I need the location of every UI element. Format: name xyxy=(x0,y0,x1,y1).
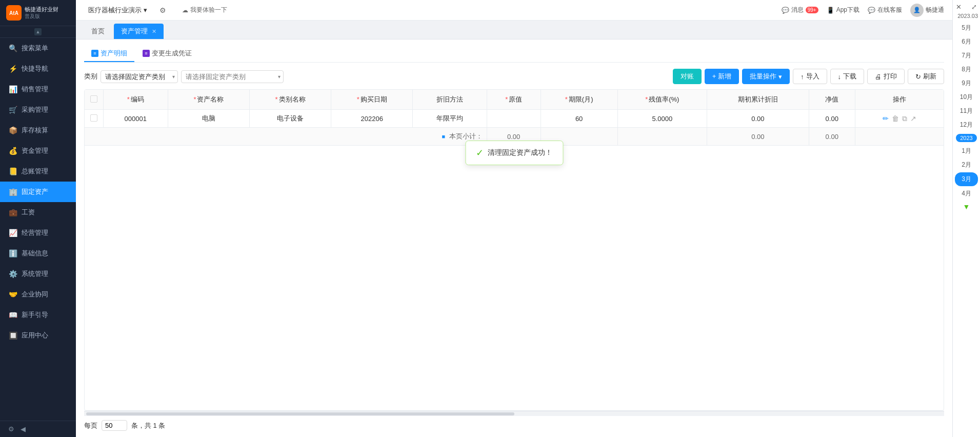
purchase-icon: 🛒 xyxy=(8,106,17,114)
change-voucher-icon: ≡ xyxy=(143,50,150,57)
refresh-button[interactable]: ↻ 刷新 xyxy=(908,69,944,84)
rp-month-10[interactable]: 10月 xyxy=(953,90,980,104)
sidebar-item-label: 资金管理 xyxy=(22,146,48,155)
print-button[interactable]: 🖨 打印 xyxy=(867,69,905,84)
rp-months: 5月 6月 7月 8月 9月 10月 11月 12月 2023 1月 2月 3月… xyxy=(953,21,980,201)
td-residual-rate: 5.0000 xyxy=(617,110,707,128)
action-icons: ✏ 🗑 ⧉ ↗ xyxy=(859,114,939,123)
toolbar: 类别 请选择固定资产类别 ▾ ▾ 对账 + 新增 xyxy=(84,69,944,84)
sidebar-item-search[interactable]: 🔍 搜索菜单 xyxy=(0,38,76,58)
sidebar-item-sales[interactable]: 📊 销售管理 xyxy=(0,79,76,100)
export-icon: ↑ xyxy=(801,73,804,81)
header-checkbox[interactable] xyxy=(90,95,97,103)
category-filter-input[interactable] xyxy=(181,70,284,83)
salary-icon: 💼 xyxy=(8,208,17,216)
header-gear-button[interactable]: ⚙ xyxy=(155,3,170,17)
sidebar-item-enterprise[interactable]: 🤝 企业协同 xyxy=(0,284,76,305)
rp-year: 2023.03 xyxy=(957,13,980,19)
rp-month-8[interactable]: 8月 xyxy=(953,63,980,76)
app-download-icon: 📱 xyxy=(827,7,834,14)
rp-expand-icon[interactable]: ⤢ xyxy=(971,3,977,11)
sidebar-bottom: ⚙ ◀ xyxy=(0,421,76,437)
asset-table: *编码 *资产名称 *类别名称 *购买日期 折旧方法 *原值 *期限(月) *残… xyxy=(85,90,944,146)
rp-month-9[interactable]: 9月 xyxy=(953,76,980,90)
sidebar-item-salary[interactable]: 💼 工资 xyxy=(0,202,76,223)
per-page-select[interactable]: 50 10 20 100 xyxy=(102,420,127,431)
td-checkbox xyxy=(85,110,103,128)
rp-month-3[interactable]: 3月 xyxy=(955,172,978,186)
sidebar-item-fixed-assets[interactable]: 🏢 固定资产 xyxy=(0,182,76,202)
new-button[interactable]: + 新增 xyxy=(705,69,739,84)
th-checkbox xyxy=(85,90,103,110)
row-checkbox[interactable] xyxy=(90,114,97,122)
tab-home[interactable]: 首页 xyxy=(84,24,112,39)
per-page-label: 每页 xyxy=(84,421,97,430)
app-download-item[interactable]: 📱 App下载 xyxy=(827,6,859,14)
rp-month-5[interactable]: 5月 xyxy=(953,21,980,35)
rp-month-7[interactable]: 7月 xyxy=(953,49,980,63)
guide-icon: 📖 xyxy=(8,311,17,319)
more-icon[interactable]: ↗ xyxy=(910,114,916,123)
category-select-wrapper: 请选择固定资产类别 ▾ xyxy=(101,70,178,83)
user-item[interactable]: 👤 畅捷通 xyxy=(910,4,944,17)
th-actions: 操作 xyxy=(855,90,944,110)
horizontal-scrollbar[interactable] xyxy=(84,411,944,416)
rp-month-4[interactable]: 4月 xyxy=(953,187,980,201)
sidebar-item-quick-nav[interactable]: ⚡ 快捷导航 xyxy=(0,58,76,79)
rp-close-icon[interactable]: ✕ xyxy=(956,3,962,11)
sidebar-item-purchase[interactable]: 🛒 采购管理 xyxy=(0,100,76,120)
sidebar-item-label: 销售管理 xyxy=(22,85,48,94)
collapse-icon[interactable]: ◀ xyxy=(21,425,26,433)
sidebar-item-label: 应用中心 xyxy=(22,331,48,340)
download-button[interactable]: ↓ 下载 xyxy=(830,69,865,84)
sidebar-item-operations[interactable]: 📈 经营管理 xyxy=(0,223,76,243)
sidebar-item-label: 快捷导航 xyxy=(22,64,48,73)
settings-icon[interactable]: ⚙ xyxy=(8,425,14,433)
sidebar-item-guide[interactable]: 📖 新手引导 xyxy=(0,305,76,325)
sub-tab-change-voucher[interactable]: ≡ 变更生成凭证 xyxy=(135,46,199,62)
export-button[interactable]: ↑ 导入 xyxy=(793,69,827,84)
rp-month-12[interactable]: 12月 xyxy=(953,118,980,132)
sub-tab-asset-detail[interactable]: ≡ 资产明细 xyxy=(84,46,134,62)
category-select[interactable]: 请选择固定资产类别 xyxy=(101,70,178,83)
scrollbar-thumb[interactable] xyxy=(86,412,514,415)
content-area: ≡ 资产明细 ≡ 变更生成凭证 类别 请选择固定资产类别 ▾ ▾ xyxy=(76,39,952,437)
company-dropdown-icon: ▾ xyxy=(144,6,147,14)
copy-icon[interactable]: ⧉ xyxy=(902,114,907,123)
edit-icon[interactable]: ✏ xyxy=(883,114,889,123)
cloud-icon: ☁ xyxy=(182,7,188,14)
rp-month-11[interactable]: 11月 xyxy=(953,104,980,118)
top-header: 医疗器械行业演示 ▾ ⚙ ☁ 我要体验一下 💬 消息 99+ 📱 App下载 💬… xyxy=(76,0,952,21)
operations-icon: 📈 xyxy=(8,229,17,237)
tab-asset-mgmt[interactable]: 资产管理 ✕ xyxy=(114,24,164,39)
sidebar-item-label: 基础信息 xyxy=(22,249,48,258)
tab-close-icon[interactable]: ✕ xyxy=(152,28,156,34)
filter-input-chevron-icon[interactable]: ▾ xyxy=(278,74,281,80)
rp-nav-down-icon[interactable]: ▼ xyxy=(963,203,970,211)
rp-month-1[interactable]: 1月 xyxy=(953,144,980,158)
td-initial-depreciation: 0.00 xyxy=(707,110,809,128)
message-item[interactable]: 💬 消息 99+ xyxy=(782,6,818,14)
sidebar-item-ledger[interactable]: 📒 总账管理 xyxy=(0,161,76,182)
sidebar-scroll: 🔍 搜索菜单 ⚡ 快捷导航 📊 销售管理 🛒 采购管理 📦 库存核算 💰 资金管… xyxy=(0,38,76,421)
sidebar-item-label: 经营管理 xyxy=(22,228,48,237)
delete-icon[interactable]: 🗑 xyxy=(892,114,899,123)
batch-dropdown-icon: ▾ xyxy=(778,73,782,81)
basic-info-icon: ℹ️ xyxy=(8,249,17,257)
td-original-value xyxy=(487,110,541,128)
per-page-select-wrapper: 50 10 20 100 xyxy=(102,420,127,431)
reconcile-button[interactable]: 对账 xyxy=(673,69,702,84)
experience-button[interactable]: ☁ 我要体验一下 xyxy=(178,4,231,16)
rp-month-2[interactable]: 2月 xyxy=(953,158,980,172)
sidebar-item-inventory[interactable]: 📦 库存核算 xyxy=(0,120,76,141)
sidebar-item-funds[interactable]: 💰 资金管理 xyxy=(0,141,76,161)
batch-button[interactable]: 批量操作 ▾ xyxy=(742,69,790,84)
online-service-item[interactable]: 💬 在线客服 xyxy=(868,6,902,14)
sidebar-item-app-center[interactable]: 🔲 应用中心 xyxy=(0,325,76,346)
sidebar-item-basic-info[interactable]: ℹ️ 基础信息 xyxy=(0,243,76,264)
rp-month-6[interactable]: 6月 xyxy=(953,35,980,49)
sidebar-scroll-up[interactable]: ▲ xyxy=(34,28,42,35)
company-selector[interactable]: 医疗器械行业演示 ▾ xyxy=(84,4,151,17)
sidebar-item-system[interactable]: ⚙️ 系统管理 xyxy=(0,264,76,284)
search-icon: 🔍 xyxy=(8,44,17,52)
